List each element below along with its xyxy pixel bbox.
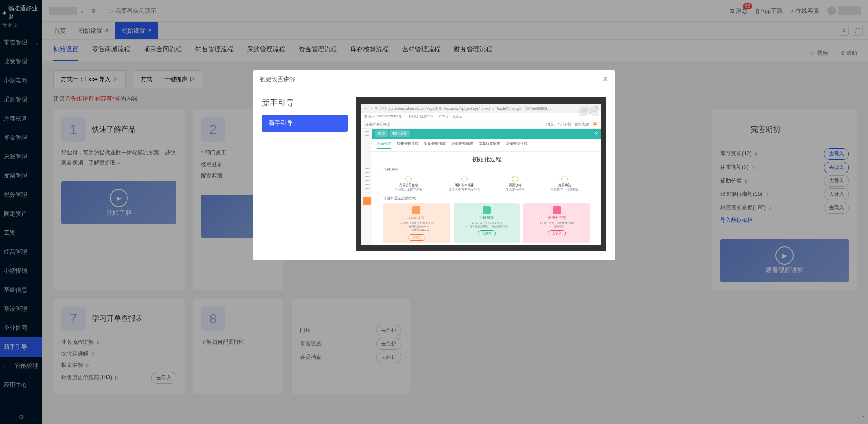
video-player[interactable]: ←→⟳ⓘ https://cloud.chanjet.com/key/a3h9m… xyxy=(361,104,601,246)
vm-urlbar: ←→⟳ⓘ https://cloud.chanjet.com/key/a3h9m… xyxy=(361,104,601,113)
modal-guide-button[interactable]: 新手引导 xyxy=(262,115,348,132)
modal: 初始设置讲解 ✕ 新手引导 新手引导 微吼 ←→⟳ⓘ https://cloud… xyxy=(253,70,615,260)
modal-title: 初始设置讲解 xyxy=(260,75,295,83)
modal-close-button[interactable]: ✕ xyxy=(602,75,608,83)
modal-left-title: 新手引导 xyxy=(262,97,348,108)
modal-overlay: 初始设置讲解 ✕ 新手引导 新手引导 微吼 ←→⟳ⓘ https://cloud… xyxy=(0,0,868,424)
